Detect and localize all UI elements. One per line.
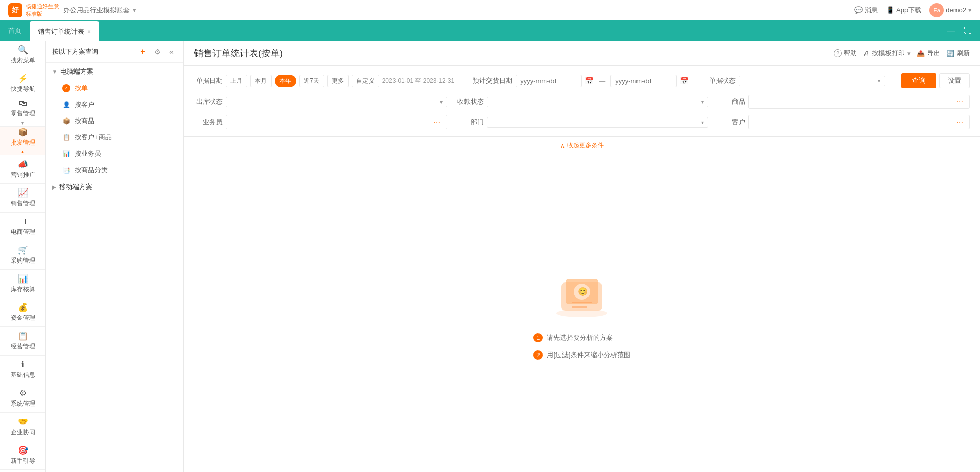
date-btn-more[interactable]: 更多 bbox=[327, 75, 349, 87]
top-bar-left: 好 畅捷通好生意 标准版 办公用品行业模拟账套 ▾ bbox=[8, 3, 136, 17]
scheme-collapse-button[interactable]: « bbox=[166, 46, 177, 57]
collapse-bar[interactable]: ∧ 收起更多条件 bbox=[184, 137, 980, 154]
salesperson-select[interactable]: ··· bbox=[226, 115, 447, 129]
wholesale-arrow-icon: ▴ bbox=[21, 149, 24, 154]
by-product-category-icon: 📑 bbox=[62, 166, 70, 174]
purchase-icon: 🛒 bbox=[18, 245, 28, 255]
collect-status-select[interactable]: ▾ bbox=[487, 97, 708, 107]
date-btn-7days[interactable]: 近7天 bbox=[299, 75, 324, 87]
date-range-text: 2023-01-01 至 2023-12-31 bbox=[382, 77, 454, 85]
sidebar-item-quick-nav[interactable]: ⚡ 快捷导航 bbox=[0, 69, 45, 98]
download-icon: 📱 bbox=[886, 6, 894, 14]
date-btn-custom[interactable]: 自定义 bbox=[352, 75, 379, 87]
scheme-pc-section-label: 电脑端方案 bbox=[60, 67, 93, 76]
sidebar-item-system[interactable]: ⚙ 系统管理 bbox=[0, 384, 45, 413]
calendar-start-icon[interactable]: 📅 bbox=[585, 77, 594, 85]
sidebar-item-newbie[interactable]: 🎯 新手引导 bbox=[0, 441, 45, 470]
scheme-mobile-label: 移动端方案 bbox=[59, 182, 92, 192]
sidebar-item-enterprise[interactable]: 🤝 企业协同 bbox=[0, 413, 45, 441]
empty-svg: 😊 bbox=[546, 265, 618, 321]
tab-close-icon[interactable]: × bbox=[87, 28, 91, 35]
sidebar-item-basic[interactable]: ℹ 基础信息 bbox=[0, 356, 45, 384]
tab-home[interactable]: 首页 bbox=[0, 20, 30, 41]
out-status-label: 出库状态 bbox=[194, 97, 223, 106]
page-title: 销售订单统计表(按单) bbox=[194, 47, 283, 65]
sidebar-item-finance[interactable]: 💰 资金管理 bbox=[0, 298, 45, 327]
app-download-button[interactable]: 📱 App下载 bbox=[886, 6, 921, 15]
export-button[interactable]: 📤 导出 bbox=[917, 49, 940, 58]
dept-select[interactable]: ▾ bbox=[487, 117, 708, 128]
expected-date-end-input[interactable] bbox=[610, 75, 677, 87]
scheme-item-by-customer[interactable]: 👤 按客户 bbox=[46, 97, 183, 113]
by-order-label: 按单 bbox=[75, 84, 88, 93]
hint1-num: 1 bbox=[533, 333, 543, 342]
goods-field: 商品 ··· bbox=[717, 95, 970, 109]
sidebar-item-appcenter[interactable]: 📱 应用中心 bbox=[0, 470, 45, 472]
query-button[interactable]: 查询 bbox=[901, 73, 936, 88]
refresh-button[interactable]: 🔄 刷新 bbox=[946, 49, 970, 58]
logo-icon: 好 bbox=[8, 3, 22, 17]
right-content: 销售订单统计表(按单) ? 帮助 🖨 按模板打印 ▾ 📤 导出 bbox=[184, 41, 980, 472]
scheme-item-by-product[interactable]: 📦 按商品 bbox=[46, 113, 183, 129]
refresh-icon: 🔄 bbox=[946, 50, 954, 57]
scheme-mobile-section-header[interactable]: ▶ 移动端方案 bbox=[46, 178, 183, 196]
date-btn-this-month[interactable]: 本月 bbox=[250, 75, 272, 87]
sidebar-item-operations[interactable]: 📋 经营管理 bbox=[0, 327, 45, 356]
scheme-settings-button[interactable]: ⚙ bbox=[152, 46, 163, 57]
sidebar-item-retail[interactable]: 🛍 零售管理 ▾ bbox=[0, 98, 45, 127]
scheme-pc-section-header[interactable]: ▼ 电脑端方案 bbox=[46, 63, 183, 80]
scheme-add-button[interactable]: + bbox=[137, 46, 149, 57]
by-customer-label: 按客户 bbox=[75, 100, 94, 109]
logo-area: 好 畅捷通好生意 标准版 bbox=[8, 3, 59, 17]
date-label: 单据日期 bbox=[194, 76, 223, 85]
date-btn-last-month[interactable]: 上月 bbox=[226, 75, 247, 87]
operations-icon: 📋 bbox=[18, 331, 28, 341]
scheme-item-by-product-category[interactable]: 📑 按商品分类 bbox=[46, 162, 183, 178]
by-order-active-icon: ✓ bbox=[62, 84, 70, 92]
sidebar-item-ecommerce[interactable]: 🖥 电商管理 bbox=[0, 213, 45, 241]
user-avatar-area[interactable]: Ea demo2 ▾ bbox=[929, 3, 972, 17]
customer-select[interactable]: ··· bbox=[748, 115, 970, 129]
svg-text:😊: 😊 bbox=[578, 287, 588, 296]
collect-status-chevron-icon: ▾ bbox=[701, 99, 704, 105]
expected-date-start-input[interactable] bbox=[516, 75, 582, 87]
retail-arrow-icon: ▾ bbox=[21, 120, 24, 126]
goods-dots-icon[interactable]: ··· bbox=[954, 97, 965, 106]
date-btn-this-year[interactable]: 本年 bbox=[275, 75, 296, 87]
sidebar-item-wholesale[interactable]: 📦 批发管理 ▴ bbox=[0, 127, 45, 155]
tab-maximize-button[interactable]: ⛶ bbox=[962, 25, 974, 37]
empty-hint-1: 1 请先选择要分析的方案 bbox=[533, 331, 630, 344]
doc-status-select[interactable]: ▾ bbox=[739, 76, 885, 86]
by-customer-product-label: 按客户+商品 bbox=[75, 133, 112, 142]
workspace-dropdown-icon[interactable]: ▾ bbox=[133, 6, 136, 14]
salesperson-dots-icon[interactable]: ··· bbox=[432, 117, 443, 127]
main-layout: 🔍 搜索菜单 ⚡ 快捷导航 🛍 零售管理 ▾ 📦 批发管理 ▴ 📣 营销推广 📈… bbox=[0, 41, 980, 472]
tab-minimize-button[interactable]: — bbox=[945, 25, 958, 37]
logo-text: 畅捷通好生意 标准版 bbox=[26, 3, 59, 17]
scheme-mobile-arrow: ▶ bbox=[52, 184, 56, 190]
workspace-name: 办公用品行业模拟账套 bbox=[63, 6, 130, 15]
help-button[interactable]: ? 帮助 bbox=[834, 49, 857, 58]
tab-bar-right: — ⛶ bbox=[945, 25, 980, 37]
sidebar-item-inventory[interactable]: 📊 库存核算 bbox=[0, 270, 45, 298]
goods-select[interactable]: ··· bbox=[748, 95, 970, 109]
calendar-end-icon[interactable]: 📅 bbox=[680, 77, 689, 85]
tab-active[interactable]: 销售订单统计表 × bbox=[30, 21, 99, 42]
marketing-icon: 📣 bbox=[18, 159, 28, 169]
customer-dots-icon[interactable]: ··· bbox=[954, 117, 965, 127]
scheme-item-by-order[interactable]: ✓ 按单 bbox=[46, 80, 183, 97]
sidebar-item-search[interactable]: 🔍 搜索菜单 bbox=[0, 41, 45, 69]
settings-button[interactable]: 设置 bbox=[939, 73, 970, 88]
scheme-item-by-salesperson[interactable]: 📊 按业务员 bbox=[46, 146, 183, 162]
sidebar-item-purchase[interactable]: 🛒 采购管理 bbox=[0, 241, 45, 270]
sidebar-item-marketing[interactable]: 📣 营销推广 bbox=[0, 155, 45, 184]
sales-icon: 📈 bbox=[18, 188, 28, 198]
scheme-item-by-customer-product[interactable]: 📋 按客户+商品 bbox=[46, 129, 183, 146]
customer-field: 客户 ··· bbox=[717, 115, 970, 129]
out-status-select[interactable]: ▾ bbox=[226, 97, 447, 107]
print-button[interactable]: 🖨 按模板打印 ▾ bbox=[863, 49, 911, 58]
finance-icon: 💰 bbox=[18, 302, 28, 312]
message-button[interactable]: 💬 消息 bbox=[854, 6, 878, 15]
collect-status-field: 收款状态 ▾ bbox=[455, 97, 708, 107]
sidebar-item-sales[interactable]: 📈 销售管理 bbox=[0, 184, 45, 213]
